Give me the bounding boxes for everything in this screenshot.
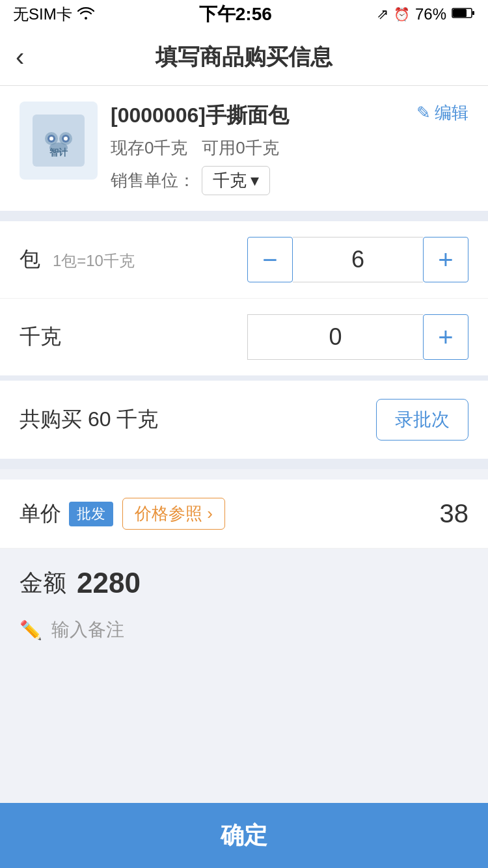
status-time: 下午2:56 — [199, 2, 272, 27]
product-stock: 现存0千克 可用0千克 — [111, 137, 468, 159]
status-left: 无SIM卡 — [13, 4, 94, 25]
product-logo: 智计 — [33, 115, 85, 167]
wifi-icon — [77, 5, 94, 23]
confirm-button[interactable]: 确定 — [0, 803, 488, 868]
product-card: 智计 [0000006]手撕面包 现存0千克 可用0千克 销售单位： 千克 ▾ … — [0, 86, 488, 211]
summary-section: 共购买 60 千克 录批次 — [0, 375, 488, 459]
bag-input-controls: − + — [247, 237, 468, 282]
edit-icon: ✎ — [416, 103, 431, 123]
price-reference-button[interactable]: 价格参照 › — [122, 498, 225, 530]
bag-label: 包 1包=10千克 — [20, 245, 247, 274]
kg-input-controls: + — [247, 314, 468, 360]
kg-label: 千克 — [20, 323, 247, 351]
price-label: 单价 — [20, 500, 61, 528]
bag-decrease-button[interactable]: − — [247, 237, 293, 282]
bag-increase-button[interactable]: + — [423, 237, 468, 282]
page-title: 填写商品购买信息 — [156, 42, 332, 72]
amount-section: 金额 2280 ✏️ 输入备注 — [0, 549, 488, 649]
product-name: [0000006]手撕面包 — [111, 102, 468, 130]
svg-rect-1 — [453, 9, 467, 17]
pencil-icon: ✏️ — [20, 619, 42, 641]
svg-point-8 — [64, 137, 68, 141]
batch-button[interactable]: 录批次 — [376, 399, 468, 441]
price-ref-label: 价格参照 › — [135, 502, 213, 525]
back-button[interactable]: ‹ — [16, 42, 24, 72]
battery-text: 76% — [415, 5, 446, 23]
section-divider-1 — [0, 211, 488, 221]
unit-select[interactable]: 千克 ▾ — [202, 166, 270, 195]
amount-label: 金额 — [20, 567, 66, 599]
input-section: 包 1包=10千克 − + 千克 + — [0, 221, 488, 375]
alarm-icon: ⏰ — [394, 7, 410, 22]
product-info: [0000006]手撕面包 现存0千克 可用0千克 销售单位： 千克 ▾ — [111, 102, 468, 195]
status-bar: 无SIM卡 下午2:56 ⇗ ⏰ 76% — [0, 0, 488, 29]
section-divider-2 — [0, 459, 488, 469]
remark-placeholder: 输入备注 — [51, 617, 124, 642]
battery-icon — [452, 5, 475, 23]
svg-rect-2 — [472, 11, 474, 15]
price-section: 单价 批发 价格参照 › 38 — [0, 480, 488, 549]
svg-text:智计: 智计 — [49, 147, 68, 157]
kg-quantity-input[interactable] — [247, 314, 423, 360]
kg-input-row: 千克 + — [0, 299, 488, 375]
price-value: 38 — [440, 499, 469, 528]
price-type-badge: 批发 — [69, 502, 113, 526]
bag-input-row: 包 1包=10千克 − + — [0, 221, 488, 299]
amount-value: 2280 — [77, 567, 141, 599]
status-right: ⇗ ⏰ 76% — [377, 5, 475, 23]
summary-row: 共购买 60 千克 录批次 — [0, 381, 488, 459]
svg-point-7 — [49, 137, 53, 141]
remark-row[interactable]: ✏️ 输入备注 — [20, 611, 468, 649]
kg-increase-button[interactable]: + — [423, 314, 468, 360]
bag-quantity-input[interactable] — [293, 237, 423, 282]
edit-button[interactable]: ✎ 编辑 — [416, 102, 468, 124]
product-image: 智计 — [20, 102, 98, 180]
location-icon: ⇗ — [377, 6, 388, 23]
carrier-text: 无SIM卡 — [13, 4, 72, 25]
chevron-down-icon: ▾ — [251, 170, 259, 191]
product-unit-row: 销售单位： 千克 ▾ — [111, 166, 468, 195]
bottom-spacer — [0, 649, 488, 818]
nav-bar: ‹ 填写商品购买信息 — [0, 29, 488, 86]
amount-row: 金额 2280 — [20, 567, 468, 599]
price-row: 单价 批发 价格参照 › 38 — [0, 480, 488, 549]
summary-text: 共购买 60 千克 — [20, 405, 158, 434]
